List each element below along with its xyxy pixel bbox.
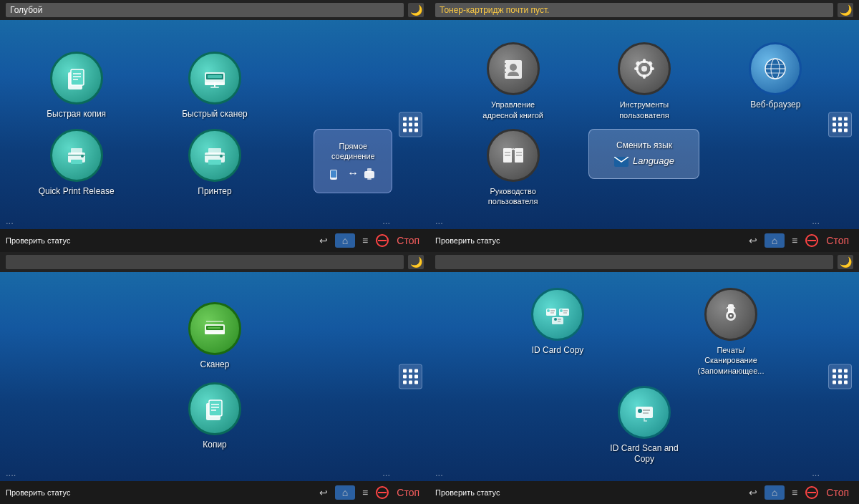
svg-rect-39 xyxy=(650,67,654,70)
back-btn-br[interactable]: ↩ xyxy=(744,485,762,500)
svg-rect-59 xyxy=(208,327,220,329)
direct-connect-label: Прямое соединение xyxy=(323,141,383,162)
id-card-scan-copy-item[interactable]: ID Card Scan and Copy xyxy=(605,386,684,465)
id-card-copy-item[interactable]: ID Card Copy xyxy=(518,288,597,357)
dots-right-bl: ... xyxy=(382,467,390,478)
menu-btn-br[interactable]: ≡ xyxy=(787,485,802,500)
change-lang-label: Сменить язык xyxy=(616,140,672,152)
bottombar-tr: Проверить статус ↩ ⌂ ≡ Стоп xyxy=(430,229,859,252)
svg-rect-87 xyxy=(636,407,653,418)
quick-copy-item[interactable]: Быстрая копия xyxy=(37,52,116,120)
topbar-tr: Тонер-картридж почти пуст. 🌙 xyxy=(430,0,859,20)
back-btn-tr[interactable]: ↩ xyxy=(744,233,762,248)
bottombar-tl: Проверить статус ↩ ⌂ ≡ Стоп xyxy=(0,229,430,252)
address-book-label: Управление адресной книгой xyxy=(474,100,553,120)
svg-rect-18 xyxy=(208,160,221,165)
menu-btn-bl[interactable]: ≡ xyxy=(358,485,372,500)
dots-left-tr: ... xyxy=(435,215,443,226)
dots-right-br: ... xyxy=(812,467,820,478)
back-btn-tl[interactable]: ↩ xyxy=(315,233,332,248)
web-browser-item[interactable]: Веб-браузер xyxy=(736,42,815,111)
print-scan-usb-item[interactable]: Печать/Сканирование (Запоминающее... xyxy=(691,288,770,376)
menu-btn-tr[interactable]: ≡ xyxy=(787,233,802,248)
moon-btn-tr[interactable]: 🌙 xyxy=(838,3,853,17)
dots-left-br: ... xyxy=(435,467,443,478)
svg-point-30 xyxy=(510,64,517,71)
quick-print-label: Quick Print Release xyxy=(39,186,115,198)
bottombar-br: Проверить статус ↩ ⌂ ≡ Стоп xyxy=(430,481,859,504)
status-tl: Проверить статус xyxy=(6,236,70,245)
topbar-input-tl[interactable]: Голубой xyxy=(6,3,404,17)
stop-btn-br[interactable]: Стоп xyxy=(822,485,853,500)
print-scan-usb-label: Печать/Сканирование (Запоминающее... xyxy=(691,345,770,376)
svg-rect-36 xyxy=(643,59,646,63)
status-br: Проверить статус xyxy=(435,488,500,497)
user-guide-icon xyxy=(487,129,540,182)
svg-rect-26 xyxy=(367,178,372,180)
home-btn-tr[interactable]: ⌂ xyxy=(765,233,785,248)
apps-grid-btn-br[interactable] xyxy=(828,364,852,389)
web-browser-icon xyxy=(749,42,802,95)
svg-point-35 xyxy=(641,66,647,72)
moon-btn-bl[interactable]: 🌙 xyxy=(408,255,424,269)
home-btn-br[interactable]: ⌂ xyxy=(765,485,785,500)
no-symbol-tl xyxy=(375,233,389,248)
home-btn-tl[interactable]: ⌂ xyxy=(335,233,355,248)
quick-print-item[interactable]: Quick Print Release xyxy=(37,129,116,198)
svg-rect-13 xyxy=(71,160,82,164)
no-symbol-br xyxy=(805,485,819,500)
dots-left-tl: ... xyxy=(6,215,14,226)
svg-rect-1 xyxy=(71,69,84,85)
stop-btn-tl[interactable]: Стоп xyxy=(392,233,424,248)
topbar-input-br[interactable] xyxy=(435,255,833,269)
user-guide-label: Руководство пользователя xyxy=(474,186,553,207)
scanner-label: Сканер xyxy=(200,359,230,371)
menu-btn-tl[interactable]: ≡ xyxy=(358,233,372,248)
svg-point-77 xyxy=(554,318,557,321)
panel-top-right: Тонер-картридж почти пуст. 🌙 Управление … xyxy=(430,0,859,252)
print-scan-usb-icon xyxy=(704,288,757,341)
printer-item[interactable]: Принтер xyxy=(175,129,254,198)
home-btn-bl[interactable]: ⌂ xyxy=(335,485,355,500)
svg-rect-10 xyxy=(208,75,222,78)
user-guide-item[interactable]: Руководство пользователя xyxy=(474,129,553,207)
address-book-item[interactable]: Управление адресной книгой xyxy=(474,42,553,120)
stop-btn-tr[interactable]: Стоп xyxy=(822,233,853,248)
svg-rect-25 xyxy=(367,168,372,173)
direct-connect-item[interactable]: Прямое соединение ↔ xyxy=(314,129,392,193)
change-lang-item[interactable]: Сменить язык Language xyxy=(587,129,702,179)
moon-btn-tl[interactable]: 🌙 xyxy=(408,3,424,17)
stop-btn-bl[interactable]: Стоп xyxy=(392,485,424,500)
svg-rect-17 xyxy=(208,148,221,154)
apps-grid-btn-tr[interactable] xyxy=(828,112,852,137)
moon-btn-br[interactable]: 🌙 xyxy=(838,255,853,269)
address-book-icon xyxy=(487,42,540,95)
topbar-input-tr[interactable]: Тонер-картридж почти пуст. xyxy=(435,3,833,17)
content-tr: Управление адресной книгой Инструм xyxy=(430,20,859,229)
topbar-input-bl[interactable] xyxy=(6,255,404,269)
quick-scanner-item[interactable]: Быстрый сканер xyxy=(175,52,254,120)
dots-right-tr: ... xyxy=(812,215,820,226)
status-tr: Проверить статус xyxy=(435,236,500,245)
topbar-br: 🌙 xyxy=(430,252,859,272)
apps-grid-btn-bl[interactable] xyxy=(399,364,422,389)
scanner-item[interactable]: Сканер xyxy=(175,302,254,371)
user-tools-item[interactable]: Инструменты пользователя xyxy=(605,42,684,120)
quick-print-icon xyxy=(50,129,103,182)
bottombar-bl: Проверить статус ↩ ⌂ ≡ Стоп xyxy=(0,481,430,504)
web-browser-label: Веб-браузер xyxy=(750,100,800,111)
svg-rect-41 xyxy=(648,61,653,66)
quick-scanner-icon xyxy=(188,52,241,105)
printer-icon xyxy=(188,129,241,182)
user-tools-icon xyxy=(618,42,671,95)
apps-grid-btn-tl[interactable] xyxy=(399,112,422,137)
content-bl: Сканер Копир xyxy=(0,272,430,481)
svg-point-73 xyxy=(560,309,563,312)
svg-rect-12 xyxy=(71,148,82,154)
copier-item[interactable]: Копир xyxy=(175,382,254,451)
panel-bottom-left: 🌙 Сканер xyxy=(0,252,430,504)
topbar-tl: Голубой 🌙 xyxy=(0,0,430,20)
id-card-scan-copy-label: ID Card Scan and Copy xyxy=(605,443,684,465)
back-btn-bl[interactable]: ↩ xyxy=(315,485,332,500)
no-symbol-bl xyxy=(375,485,389,500)
